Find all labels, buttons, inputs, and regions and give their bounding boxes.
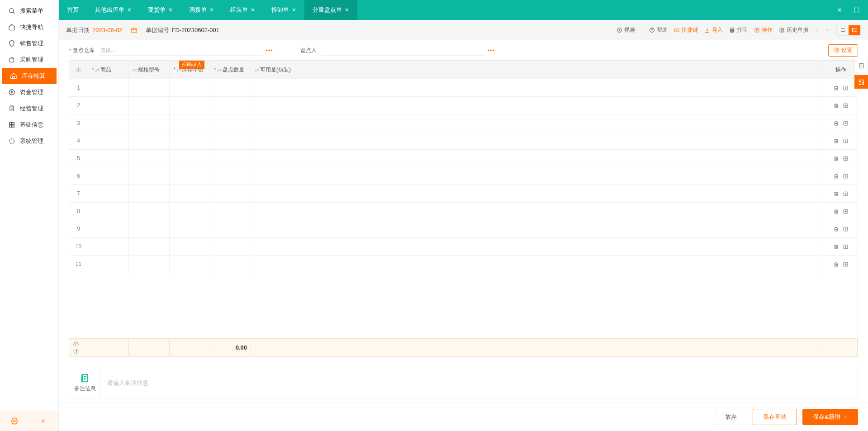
tab-fullscreen-icon[interactable] xyxy=(849,4,864,16)
import-link[interactable]: 导入 xyxy=(704,26,723,34)
row-delete-icon[interactable] xyxy=(833,208,839,214)
tab-3[interactable]: 调拨单✕ xyxy=(181,0,222,20)
rail-note-icon[interactable] xyxy=(854,59,868,72)
row-add-icon[interactable] xyxy=(843,120,849,126)
tab-5[interactable]: 拆卸单✕ xyxy=(263,0,304,20)
save-new-button[interactable]: 保存&新增 xyxy=(802,409,858,425)
row-add-icon[interactable] xyxy=(843,156,849,161)
th-spec[interactable]: ▴▾规格型号 xyxy=(129,61,170,79)
row-delete-icon[interactable] xyxy=(833,156,839,161)
scan-input-tag[interactable]: 扫码录入 xyxy=(179,60,204,69)
sidebar-item-1[interactable]: 快捷导航 xyxy=(0,19,58,35)
sidebar-item-label: 采购管理 xyxy=(20,56,43,64)
row-delete-icon[interactable] xyxy=(833,244,839,250)
history-prev-icon[interactable] xyxy=(815,28,819,33)
sidebar-item-8[interactable]: 系统管理 xyxy=(0,133,58,149)
table-row[interactable]: 7 xyxy=(69,185,858,202)
th-qty[interactable]: ▴▾盘点数量 xyxy=(210,61,251,79)
row-add-icon[interactable] xyxy=(843,138,849,144)
video-link[interactable]: 视频 xyxy=(617,26,635,34)
help-link[interactable]: 帮助 xyxy=(649,26,668,34)
row-add-icon[interactable] xyxy=(843,103,849,109)
row-add-icon[interactable] xyxy=(843,226,849,232)
row-delete-icon[interactable] xyxy=(833,138,839,144)
row-add-icon[interactable] xyxy=(843,173,849,179)
sidebar-item-2[interactable]: 销售管理 xyxy=(0,35,58,52)
table-footer: 小计 0.00 xyxy=(69,338,858,356)
bag-icon xyxy=(8,56,15,63)
sidebar-item-3[interactable]: 采购管理 xyxy=(0,52,58,68)
date-value[interactable]: 2023-06-02 xyxy=(92,27,123,33)
svg-point-20 xyxy=(836,50,838,51)
svg-rect-10 xyxy=(131,28,136,33)
row-delete-icon[interactable] xyxy=(833,191,839,197)
column-settings-icon[interactable] xyxy=(69,61,88,79)
sidebar-item-4[interactable]: 库存核算 xyxy=(2,68,57,84)
warehouse-more-icon[interactable]: ••• xyxy=(266,47,273,54)
row-add-icon[interactable] xyxy=(843,85,849,91)
warehouse-input[interactable] xyxy=(99,45,262,56)
row-add-icon[interactable] xyxy=(843,261,849,267)
discard-button[interactable]: 放弃 xyxy=(715,409,747,425)
tab-4[interactable]: 组装单✕ xyxy=(222,0,263,20)
calendar-icon[interactable] xyxy=(131,27,138,33)
save-draft-button[interactable]: 保存草稿 xyxy=(753,409,797,425)
tab-close-icon[interactable] xyxy=(832,4,847,16)
person-more-icon[interactable]: ••• xyxy=(488,47,495,54)
row-delete-icon[interactable] xyxy=(833,85,839,91)
person-input[interactable] xyxy=(321,45,484,56)
view-card-icon[interactable] xyxy=(849,25,860,35)
table-row[interactable]: 4 xyxy=(69,132,858,149)
row-add-icon[interactable] xyxy=(843,191,849,197)
sidebar-item-0[interactable]: 搜索菜单 xyxy=(0,3,58,19)
table-wrap: ▴▾商品 ▴▾规格型号 ▴▾库存单位 ▴▾盘点数量 ▴▾可用量(包装) 操作 扫… xyxy=(59,60,868,360)
row-delete-icon[interactable] xyxy=(833,173,839,179)
row-add-icon[interactable] xyxy=(843,244,849,250)
row-delete-icon[interactable] xyxy=(833,226,839,232)
tab-close-icon[interactable]: ✕ xyxy=(168,7,173,13)
row-delete-icon[interactable] xyxy=(833,261,839,267)
row-index: 3 xyxy=(69,114,88,132)
footer-actions: 放弃 保存草稿 保存&新增 xyxy=(59,402,868,431)
sidebar-item-7[interactable]: 基础信息 xyxy=(0,117,58,133)
svg-point-21 xyxy=(78,69,79,70)
collapse-icon[interactable] xyxy=(40,418,47,424)
table-row[interactable]: 5 xyxy=(69,149,858,167)
table-row[interactable]: 11 xyxy=(69,255,858,273)
tab-0[interactable]: 首页 xyxy=(59,0,87,20)
row-delete-icon[interactable] xyxy=(833,120,839,126)
action-link[interactable]: 操作 xyxy=(754,26,773,34)
table-row[interactable]: 6 xyxy=(69,167,858,185)
shortcut-link[interactable]: 快捷键 xyxy=(674,26,698,34)
tab-1[interactable]: 其他出库单✕ xyxy=(87,0,140,20)
history-next-icon[interactable] xyxy=(825,28,830,33)
tab-close-icon[interactable]: ✕ xyxy=(209,7,214,13)
table-row[interactable]: 8 xyxy=(69,202,858,220)
history-link[interactable]: 历史单据 xyxy=(779,26,808,34)
tab-close-icon[interactable]: ✕ xyxy=(127,7,132,13)
sidebar-item-6[interactable]: 经营管理 xyxy=(0,100,58,117)
th-avail[interactable]: ▴▾可用量(包装) xyxy=(251,61,824,79)
table-row[interactable]: 3 xyxy=(69,114,858,132)
row-add-icon[interactable] xyxy=(843,208,849,214)
table-row[interactable]: 2 xyxy=(69,96,858,114)
print-link[interactable]: 打印 xyxy=(729,26,748,34)
table-row[interactable]: 10 xyxy=(69,237,858,255)
th-product[interactable]: ▴▾商品 xyxy=(88,61,129,79)
remark-input[interactable] xyxy=(101,367,858,398)
tab-6[interactable]: 分量盘点单✕ xyxy=(304,0,357,20)
settings-gear-icon[interactable] xyxy=(11,417,18,425)
table-row[interactable]: 1 xyxy=(69,79,858,96)
table-row[interactable]: 9 xyxy=(69,220,858,237)
tab-label: 调拨单 xyxy=(189,6,207,14)
tab-close-icon[interactable]: ✕ xyxy=(292,7,296,13)
sidebar-item-5[interactable]: 资金管理 xyxy=(0,84,58,100)
tab-close-icon[interactable]: ✕ xyxy=(251,7,255,13)
row-delete-icon[interactable] xyxy=(833,103,839,109)
view-list-icon[interactable] xyxy=(837,25,849,35)
tab-close-icon[interactable]: ✕ xyxy=(345,7,349,13)
right-rail xyxy=(854,59,868,89)
rail-expand-icon[interactable] xyxy=(854,75,868,89)
tab-2[interactable]: 要货单✕ xyxy=(140,0,181,20)
settings-button[interactable]: 设置 xyxy=(828,44,858,57)
